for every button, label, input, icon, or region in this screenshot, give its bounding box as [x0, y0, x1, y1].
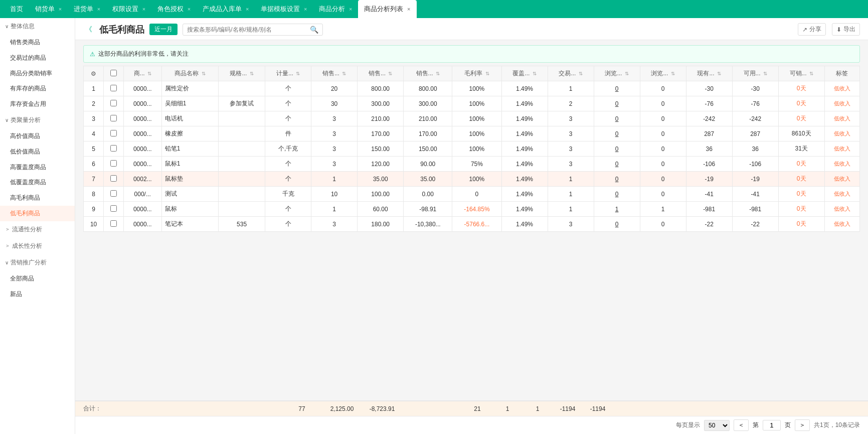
row-select-checkbox[interactable] — [110, 205, 117, 212]
sidebar-item-high-margin[interactable]: 高毛利商品 — [0, 190, 75, 206]
select-all-checkbox[interactable] — [110, 70, 117, 76]
col-browse2[interactable]: 浏览... ⇅ — [640, 66, 686, 81]
sidebar-group-flow[interactable]: ＞ 流通性分析 — [0, 221, 75, 238]
col-coverage[interactable]: 覆盖... ⇅ — [501, 66, 548, 81]
close-icon[interactable]: × — [349, 6, 352, 12]
nav-permission[interactable]: 权限设置 × — [106, 0, 151, 18]
row-browse1[interactable]: 0 — [594, 157, 640, 172]
row-browse1[interactable]: 0 — [594, 217, 640, 232]
row-checkbox[interactable] — [104, 187, 124, 202]
nav-role[interactable]: 角色授权 × — [151, 0, 197, 18]
close-icon[interactable]: × — [188, 6, 191, 12]
close-icon[interactable]: × — [97, 6, 100, 12]
browse1-value[interactable]: 0 — [615, 100, 619, 107]
share-button[interactable]: ↗ 分享 — [798, 23, 826, 36]
nav-product-entry[interactable]: 产成品入库单 × — [197, 0, 255, 18]
row-select-checkbox[interactable] — [110, 145, 117, 152]
nav-product-analysis[interactable]: 商品分析 × — [313, 0, 358, 18]
browse1-value[interactable]: 0 — [615, 85, 619, 92]
sidebar-group-marketing[interactable]: ∨ 营销推广分析 — [0, 254, 75, 271]
browse1-value[interactable]: 0 — [615, 221, 619, 228]
row-checkbox[interactable] — [104, 217, 124, 232]
row-select-checkbox[interactable] — [110, 190, 117, 197]
row-checkbox[interactable] — [104, 202, 124, 217]
col-sales-price[interactable]: 销售... ⇅ — [358, 66, 404, 81]
sidebar-item-low-coverage[interactable]: 低覆盖度商品 — [0, 175, 75, 190]
close-icon[interactable]: × — [142, 6, 145, 12]
search-icon[interactable]: 🔍 — [310, 26, 318, 34]
row-browse1[interactable]: 0 — [594, 187, 640, 202]
nav-template[interactable]: 单据模板设置 × — [255, 0, 313, 18]
prev-page-button[interactable]: ＜ — [734, 419, 749, 431]
row-checkbox[interactable] — [104, 141, 124, 157]
next-page-button[interactable]: ＞ — [795, 419, 810, 431]
browse1-value[interactable]: 0 — [615, 146, 619, 153]
browse1-value[interactable]: 0 — [615, 176, 619, 183]
close-icon[interactable]: × — [407, 6, 410, 12]
col-name[interactable]: 商品名称 ⇅ — [161, 66, 218, 81]
row-browse1[interactable]: 0 — [594, 126, 640, 141]
sidebar-item-sales-goods[interactable]: 销售类商品 — [0, 35, 75, 50]
row-checkbox[interactable] — [104, 126, 124, 141]
col-sellable-days[interactable]: 可销... ⇅ — [778, 66, 824, 81]
export-button[interactable]: ⬇ 导出 — [832, 23, 860, 36]
col-code[interactable]: 商... ⇅ — [123, 66, 161, 81]
sidebar-item-high-coverage[interactable]: 高覆盖度商品 — [0, 160, 75, 175]
row-select-checkbox[interactable] — [110, 100, 117, 106]
close-icon[interactable]: × — [246, 6, 249, 12]
page-input[interactable] — [763, 420, 781, 430]
col-gross-margin[interactable]: 毛利率 ⇅ — [452, 66, 501, 81]
row-select-checkbox[interactable] — [110, 130, 117, 136]
row-checkbox[interactable] — [104, 157, 124, 172]
col-stock-current[interactable]: 现有... ⇅ — [686, 66, 732, 81]
sidebar-item-stock-funds[interactable]: 库存资金占用 — [0, 96, 75, 112]
browse1-value[interactable]: 0 — [615, 115, 619, 122]
row-browse1[interactable]: 0 — [594, 111, 640, 126]
row-select-checkbox[interactable] — [110, 160, 117, 167]
sidebar-group-overall[interactable]: ∨ 整体信息 — [0, 18, 75, 35]
nav-product-analysis-list[interactable]: 商品分析列表 × — [358, 0, 416, 18]
nav-sales[interactable]: 销货单 × — [29, 0, 68, 18]
col-unit[interactable]: 计量... ⇅ — [265, 66, 311, 81]
close-icon[interactable]: × — [304, 6, 307, 12]
sidebar-group-cluster[interactable]: ∨ 类聚量分析 — [0, 112, 75, 128]
row-select-checkbox[interactable] — [110, 85, 117, 91]
col-sales-amount[interactable]: 销售... ⇅ — [404, 66, 452, 81]
nav-home[interactable]: 首页 — [4, 0, 29, 18]
row-checkbox[interactable] — [104, 96, 124, 111]
col-trade[interactable]: 交易... ⇅ — [548, 66, 594, 81]
browse1-value[interactable]: 0 — [615, 130, 619, 137]
row-checkbox[interactable] — [104, 111, 124, 126]
row-browse1[interactable]: 0 — [594, 81, 640, 96]
row-checkbox[interactable] — [104, 172, 124, 187]
sidebar-group-growth[interactable]: ＞ 成长性分析 — [0, 238, 75, 254]
col-browse1[interactable]: 浏览... ⇅ — [594, 66, 640, 81]
sidebar-item-in-stock[interactable]: 有库存的商品 — [0, 81, 75, 96]
per-page-select[interactable]: 50 100 200 — [704, 420, 730, 431]
collapse-sidebar-btn[interactable]: 《 — [83, 25, 94, 34]
row-browse1[interactable]: 0 — [594, 141, 640, 157]
row-browse1[interactable]: 1 — [594, 202, 640, 217]
col-sales-qty[interactable]: 销售... ⇅ — [311, 66, 358, 81]
sidebar-item-all-goods[interactable]: 全部商品 — [0, 271, 75, 286]
sidebar-item-category-rate[interactable]: 商品分类助销率 — [0, 66, 75, 81]
sidebar-item-new-goods[interactable]: 新品 — [0, 286, 75, 302]
col-settings[interactable]: ⚙ — [84, 66, 104, 81]
row-checkbox[interactable] — [104, 81, 124, 96]
col-tag[interactable]: 标签 — [824, 66, 859, 81]
row-select-checkbox[interactable] — [110, 115, 117, 121]
row-select-checkbox[interactable] — [110, 220, 117, 227]
sidebar-item-traded-goods[interactable]: 交易过的商品 — [0, 50, 75, 66]
sidebar-item-high-value[interactable]: 高价值商品 — [0, 128, 75, 144]
browse1-value[interactable]: 1 — [615, 206, 619, 213]
sidebar-item-low-margin[interactable]: 低毛利商品 — [0, 206, 75, 221]
row-select-checkbox[interactable] — [110, 175, 117, 182]
search-input[interactable] — [187, 26, 310, 33]
sidebar-item-low-value[interactable]: 低价值商品 — [0, 144, 75, 160]
browse1-value[interactable]: 0 — [615, 191, 619, 198]
col-stock-available[interactable]: 可用... ⇅ — [732, 66, 778, 81]
browse1-value[interactable]: 0 — [615, 161, 619, 168]
row-browse1[interactable]: 0 — [594, 172, 640, 187]
col-spec[interactable]: 规格... ⇅ — [219, 66, 265, 81]
date-filter-button[interactable]: 近一月 — [149, 24, 178, 35]
